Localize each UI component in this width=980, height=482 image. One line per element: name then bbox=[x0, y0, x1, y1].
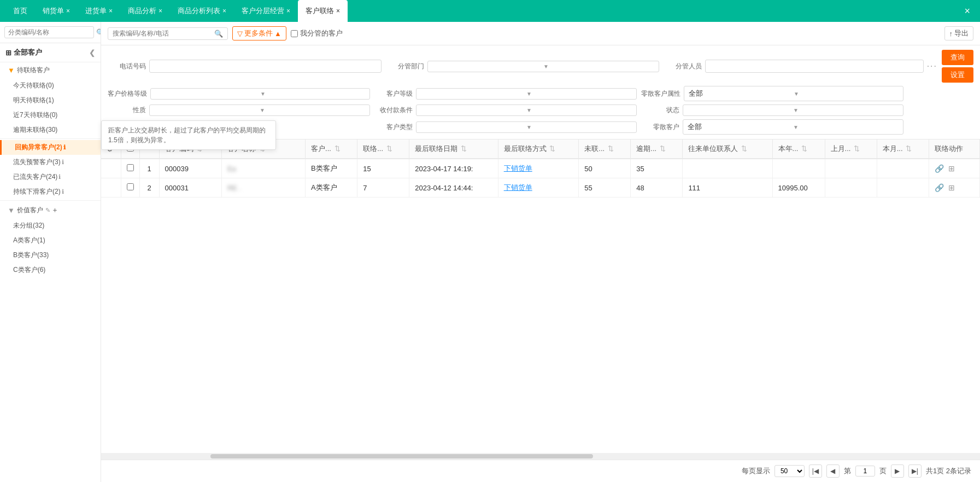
filter-person-input[interactable] bbox=[705, 60, 923, 73]
sidebar-value-group-title[interactable]: ▼ 价值客户 ✎ ＋ bbox=[0, 202, 101, 218]
th-contact[interactable]: 联络... ⇅ bbox=[357, 140, 409, 159]
sort-icon-type: ⇅ bbox=[335, 144, 341, 153]
td-code-2: 000031 bbox=[159, 178, 221, 198]
nav-close-sales[interactable]: × bbox=[66, 7, 70, 15]
row-checkbox-1[interactable] bbox=[127, 164, 134, 171]
link-icon-2[interactable]: 🔗 bbox=[935, 183, 944, 192]
export-btn[interactable]: ↑ 导出 bbox=[944, 26, 974, 40]
sidebar-search-icon[interactable]: 🔍 bbox=[96, 28, 101, 37]
sidebar-group-pending-title[interactable]: ▼ 待联络客户 bbox=[0, 62, 101, 78]
page-input[interactable] bbox=[855, 466, 875, 477]
th-partner-contact[interactable]: 往来单位联系人 ⇅ bbox=[683, 140, 772, 159]
nav-item-cust-contact[interactable]: 客户联络 × bbox=[298, 0, 348, 22]
nav-close-purchase[interactable]: × bbox=[109, 7, 113, 15]
window-close-btn[interactable]: × bbox=[960, 5, 975, 17]
nav-close-analysis-list[interactable]: × bbox=[222, 7, 226, 15]
filter-status-select[interactable]: ▼ bbox=[683, 104, 903, 116]
last-contact-way-link-1[interactable]: 下销货单 bbox=[504, 164, 532, 172]
filter-retail-cust-label: 零散客户 bbox=[641, 123, 679, 132]
sidebar-item-churn-warning[interactable]: 流失预警客户(3) ℹ bbox=[0, 155, 101, 170]
next-page-btn[interactable]: ▶ bbox=[891, 464, 904, 478]
sidebar-item-7days[interactable]: 近7天待联络(0) bbox=[0, 108, 101, 123]
scrollbar-thumb[interactable] bbox=[210, 454, 593, 458]
setting-btn[interactable]: 设置 bbox=[942, 67, 973, 83]
filter-person-dots[interactable]: ··· bbox=[927, 61, 937, 71]
td-index-2: 2 bbox=[139, 178, 159, 198]
my-customer-checkbox[interactable] bbox=[291, 30, 298, 37]
nav-item-purchase[interactable]: 进货单 × bbox=[78, 0, 120, 22]
th-this-month[interactable]: 本月... ⇅ bbox=[877, 140, 929, 159]
filter-cust-level-select[interactable]: ▼ bbox=[416, 88, 637, 100]
nav-item-analysis-list[interactable]: 商品分析列表 × bbox=[170, 0, 234, 22]
filter-phone-input[interactable] bbox=[149, 60, 382, 73]
filter-payment-select[interactable]: ▼ bbox=[416, 104, 637, 116]
sort-icon-contact: ⇅ bbox=[386, 144, 392, 153]
top-nav: 首页 销货单 × 进货单 × 商品分析 × 商品分析列表 × 客户分层经营 × … bbox=[0, 0, 980, 22]
td-way-1[interactable]: 下销货单 bbox=[498, 159, 579, 178]
sidebar-item-today[interactable]: 今天待联络(0) bbox=[0, 78, 101, 93]
per-page-select[interactable]: 50 100 200 bbox=[774, 465, 805, 477]
th-this-year[interactable]: 本年... ⇅ bbox=[772, 140, 825, 159]
filter-price-level-select[interactable]: ▼ bbox=[150, 88, 370, 100]
grid-icon-2[interactable]: ⊞ bbox=[948, 183, 955, 192]
filter-retail-attr-select[interactable]: 全部 ▼ bbox=[684, 86, 903, 101]
last-page-btn[interactable]: ▶| bbox=[908, 464, 922, 478]
sidebar-item-ungrouped[interactable]: 未分组(32) bbox=[0, 218, 101, 233]
first-page-btn[interactable]: |◀ bbox=[809, 464, 822, 478]
nav-close-cust-contact[interactable]: × bbox=[336, 7, 340, 15]
search-input[interactable] bbox=[113, 30, 212, 37]
filter-retail-attr-label: 零散客户属性 bbox=[641, 89, 680, 98]
nav-item-home[interactable]: 首页 bbox=[5, 0, 35, 22]
pagination-bar: 每页显示 50 100 200 |◀ ◀ 第 页 ▶ ▶| 共1页 2条记录 bbox=[101, 460, 980, 482]
sidebar-item-b-class[interactable]: B类客户(33) bbox=[0, 248, 101, 263]
filter-nature-label: 性质 bbox=[108, 106, 146, 115]
sidebar-search-input[interactable] bbox=[4, 26, 94, 38]
more-conditions-btn[interactable]: ▽ 更多条件 ▲ bbox=[232, 26, 286, 40]
horizontal-scrollbar[interactable] bbox=[101, 453, 980, 460]
sidebar-add-icon[interactable]: ＋ bbox=[51, 205, 58, 215]
sidebar-item-churned[interactable]: 已流失客户(24) ℹ bbox=[0, 170, 101, 184]
td-way-2[interactable]: 下销货单 bbox=[498, 178, 579, 198]
filter-cust-type-select[interactable]: ▼ bbox=[416, 121, 637, 133]
th-overdue[interactable]: 逾期... ⇅ bbox=[631, 140, 683, 159]
sidebar-tri-icon: ▼ bbox=[8, 66, 15, 74]
th-type[interactable]: 客户... ⇅ bbox=[306, 140, 357, 159]
filter-nature-select[interactable]: ▼ bbox=[149, 104, 370, 116]
th-last-contact-way[interactable]: 最后联络方式 ⇅ bbox=[498, 140, 579, 159]
sidebar-item-tomorrow[interactable]: 明天待联络(1) bbox=[0, 93, 101, 108]
sidebar-item-overdue[interactable]: 逾期未联络(30) bbox=[0, 123, 101, 137]
row-checkbox-2[interactable] bbox=[127, 183, 134, 190]
link-icon-1[interactable]: 🔗 bbox=[935, 164, 944, 173]
td-type-1: B类客户 bbox=[306, 159, 357, 178]
sidebar-collapse-icon[interactable]: ❮ bbox=[89, 49, 95, 57]
sidebar-item-declining[interactable]: 持续下滑客户(2) ℹ bbox=[0, 184, 101, 199]
th-last-contact-date[interactable]: 最后联络日期 ⇅ bbox=[409, 140, 498, 159]
sidebar-all-customers[interactable]: ⊞ 全部客户 ❮ bbox=[0, 43, 101, 62]
nav-close-analysis[interactable]: × bbox=[159, 7, 162, 15]
td-action-1: 🔗 ⊞ bbox=[929, 159, 979, 178]
sidebar-item-abnormal-repurchase[interactable]: 回购异常客户(2) ℹ bbox=[0, 140, 101, 155]
table-row: 2 000031 RE . A类客户 7 2023-04-12 14:44: 下… bbox=[101, 178, 980, 198]
nav-item-analysis[interactable]: 商品分析 × bbox=[120, 0, 170, 22]
nav-item-cust-layer[interactable]: 客户分层经营 × bbox=[234, 0, 298, 22]
search-icon[interactable]: 🔍 bbox=[214, 30, 223, 38]
td-this-month-1 bbox=[877, 159, 929, 178]
last-contact-way-link-2[interactable]: 下销货单 bbox=[504, 183, 532, 191]
query-btn[interactable]: 查询 bbox=[942, 50, 973, 65]
th-uncontacted[interactable]: 未联... ⇅ bbox=[579, 140, 631, 159]
sidebar: 🔍 ⊞ 全部客户 ❮ ▼ 待联络客户 今天待联络(0) 明天待联络(1) 近7天… bbox=[0, 22, 101, 482]
grid-icon-1[interactable]: ⊞ bbox=[948, 164, 955, 173]
td-checkbox-2 bbox=[121, 178, 139, 198]
sidebar-item-c-class[interactable]: C类客户(6) bbox=[0, 263, 101, 277]
nav-close-cust-layer[interactable]: × bbox=[286, 7, 290, 15]
sidebar-divider-2 bbox=[0, 200, 101, 201]
sidebar-tri2-icon: ▼ bbox=[8, 206, 15, 214]
filter-dept-select[interactable]: ▼ bbox=[427, 61, 660, 72]
prev-page-btn[interactable]: ◀ bbox=[826, 464, 840, 478]
filter-retail-cust-select[interactable]: 全部 ▼ bbox=[683, 119, 903, 135]
th-last-month[interactable]: 上月... ⇅ bbox=[825, 140, 877, 159]
sidebar-item-a-class[interactable]: A类客户(1) bbox=[0, 233, 101, 248]
nav-item-sales[interactable]: 销货单 × bbox=[35, 0, 78, 22]
per-page-label: 每页显示 bbox=[742, 466, 770, 476]
sidebar-edit-icon[interactable]: ✎ bbox=[45, 207, 50, 214]
